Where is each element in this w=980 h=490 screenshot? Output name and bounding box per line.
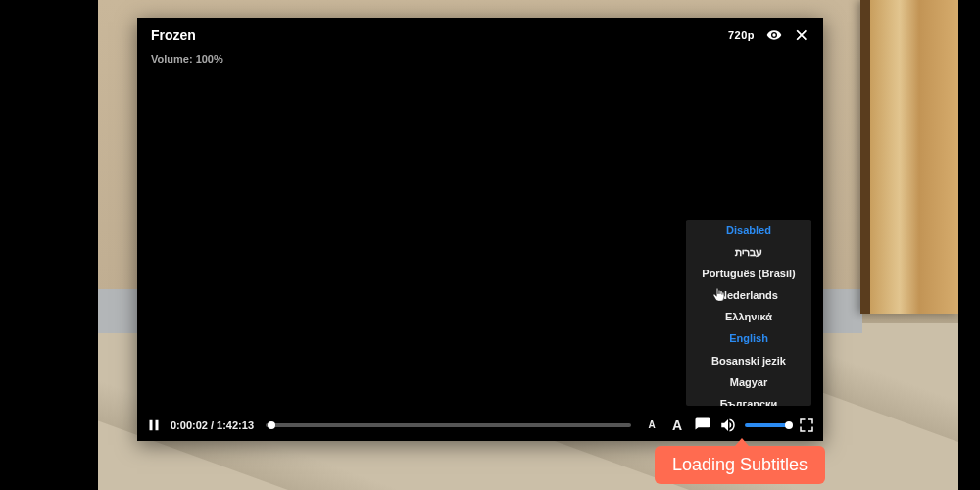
fullscreen-button[interactable] bbox=[798, 416, 815, 434]
volume-slider[interactable] bbox=[745, 423, 790, 427]
close-icon[interactable] bbox=[794, 27, 809, 43]
subtitle-option[interactable]: English bbox=[686, 327, 811, 349]
subtitle-option[interactable]: Ελληνικά bbox=[686, 306, 811, 327]
video-title: Frozen bbox=[151, 27, 196, 43]
subtitle-menu[interactable]: DisabledעבריתPortuguês (Brasil)Nederland… bbox=[686, 220, 811, 406]
subtitle-option[interactable]: Magyar bbox=[686, 371, 811, 393]
loading-subtitles-tooltip: Loading Subtitles bbox=[655, 446, 825, 484]
current-time: 0:00:02 bbox=[171, 419, 208, 431]
volume-thumb[interactable] bbox=[785, 421, 793, 429]
volume-icon[interactable] bbox=[719, 416, 737, 434]
video-player: Frozen 720p Volume: 100% DisabledעבריתPo… bbox=[137, 18, 823, 441]
quality-badge[interactable]: 720p bbox=[728, 29, 755, 41]
eye-icon[interactable] bbox=[766, 27, 782, 43]
duration: 1:42:13 bbox=[217, 419, 254, 431]
subtitle-option[interactable]: Nederlands bbox=[686, 284, 811, 306]
font-decrease-button[interactable]: A bbox=[643, 416, 661, 435]
subtitle-option[interactable]: Bosanski jezik bbox=[686, 350, 811, 371]
time-display: 0:00:02 / 1:42:13 bbox=[171, 419, 254, 431]
subtitles-button[interactable] bbox=[694, 416, 711, 434]
volume-overlay: Volume: 100% bbox=[137, 47, 823, 71]
progress-bar[interactable] bbox=[266, 423, 631, 427]
progress-thumb[interactable] bbox=[268, 421, 275, 429]
subtitle-option[interactable]: Disabled bbox=[686, 220, 811, 241]
font-increase-button[interactable]: A bbox=[668, 416, 686, 434]
player-controls: 0:00:02 / 1:42:13 A A bbox=[137, 410, 823, 441]
player-titlebar: Frozen 720p bbox=[137, 18, 823, 47]
subtitle-option[interactable]: Български bbox=[686, 393, 811, 406]
pause-button[interactable] bbox=[145, 416, 163, 434]
subtitle-option[interactable]: Português (Brasil) bbox=[686, 263, 811, 284]
subtitle-option[interactable]: עברית bbox=[686, 241, 811, 263]
